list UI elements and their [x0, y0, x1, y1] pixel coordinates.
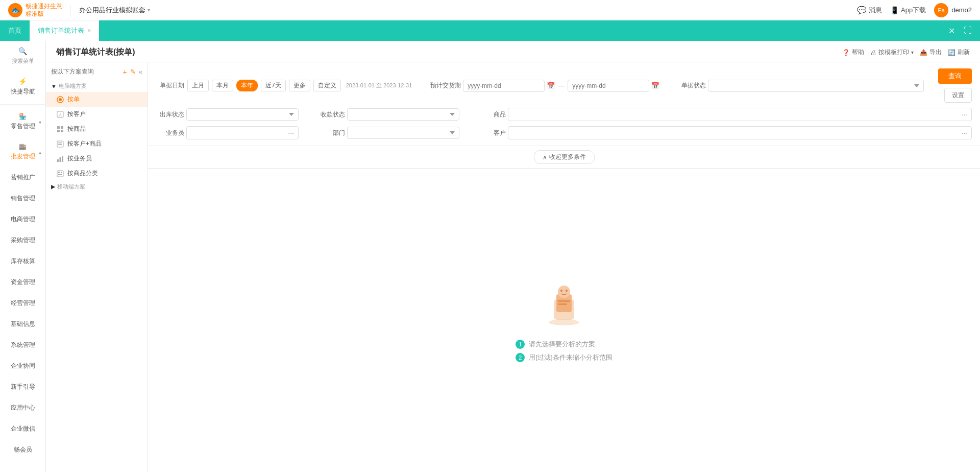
settings-btn[interactable]: 设置	[944, 88, 972, 103]
sidebar-item-wholesale[interactable]: 🏬 批发管理 ▴	[0, 137, 45, 167]
scheme-product-icon	[56, 125, 64, 133]
tab-bar-actions: ✕ ⛶	[945, 25, 980, 37]
svg-rect-7	[61, 130, 63, 132]
collapse-panel-btn[interactable]: «	[139, 68, 142, 76]
date-label: 单据日期	[156, 81, 184, 90]
workspace-dropdown-icon: ▾	[148, 7, 150, 13]
sidebar-item-sales[interactable]: 销售管理	[0, 188, 45, 209]
window-close-btn[interactable]: ✕	[945, 25, 958, 37]
date-btn-this-year[interactable]: 本年	[236, 80, 258, 91]
export-btn[interactable]: 📤 导出	[920, 48, 942, 57]
scheme-by-customer[interactable]: 人 按客户	[46, 107, 148, 122]
sidebar-item-retail[interactable]: 🏪 零售管理 ▾	[0, 107, 45, 137]
retail-icon: 🏪	[19, 113, 27, 120]
user-menu[interactable]: Ea demo2	[934, 3, 972, 17]
scheme-by-product[interactable]: 按商品	[46, 122, 148, 136]
page-actions: ❓ 帮助 🖨 按模板打印 ▾ 📤 导出 🔄 刷新	[842, 48, 970, 57]
content-area: 销售订单统计表(按单) ❓ 帮助 🖨 按模板打印 ▾ 📤 导出 🔄 刷新	[46, 41, 980, 472]
date-dash: —	[557, 82, 566, 89]
payment-status-group: 收款状态	[317, 108, 459, 121]
salesman-input-wrapper[interactable]: ···	[186, 126, 299, 139]
bill-status-select[interactable]	[708, 80, 924, 92]
svg-point-22	[560, 290, 562, 292]
top-bar-right: 💬 消息 📱 App下载 Ea demo2	[857, 3, 972, 17]
svg-point-18	[549, 319, 579, 325]
right-panel: 单据日期 上月 本月 本年 近7天 更多 自定义 2023-01-01 至 20…	[148, 62, 980, 472]
window-maximize-btn[interactable]: ⛶	[962, 25, 974, 37]
scheme-by-order[interactable]: 按单	[46, 92, 148, 107]
tree-group-pc[interactable]: ▼ 电脑端方案	[46, 80, 148, 92]
sidebar-item-purchase[interactable]: 采购管理	[0, 230, 45, 251]
workspace-selector[interactable]: 办公用品行业模拟账套 ▾	[79, 6, 150, 15]
department-select[interactable]	[347, 127, 459, 139]
svg-rect-12	[60, 157, 61, 162]
tree-mobile-arrow: ▶	[51, 183, 55, 190]
payment-status-select-wrapper	[347, 108, 459, 121]
sidebar-item-marketing[interactable]: 营销推广	[0, 167, 45, 188]
template-print-btn[interactable]: 🖨 按模板打印 ▾	[870, 48, 914, 57]
sidebar-item-newbie[interactable]: 新手引导	[0, 376, 45, 397]
product-label: 商品	[478, 110, 506, 119]
scheme-category-icon	[56, 170, 64, 178]
svg-rect-5	[61, 126, 63, 129]
date-btn-last-month[interactable]: 上月	[187, 80, 209, 91]
empty-hint-1: 1 请先选择要分析的方案	[516, 340, 612, 349]
logo-area: 🐟 畅捷通好生意 标准版	[8, 3, 62, 17]
sidebar-item-inventory[interactable]: 库存核算	[0, 251, 45, 272]
query-btn[interactable]: 查询	[938, 68, 972, 84]
hint-num-2: 2	[516, 353, 525, 362]
svg-rect-14	[57, 171, 63, 177]
message-btn[interactable]: 💬 消息	[857, 6, 882, 15]
scheme-by-salesman[interactable]: 按业务员	[46, 151, 148, 166]
expected-date-start[interactable]	[463, 80, 545, 92]
salesman-dots[interactable]: ···	[288, 129, 294, 137]
export-icon: 📤	[920, 49, 927, 56]
sidebar-item-member[interactable]: 畅会员	[0, 439, 45, 460]
left-panel: 按以下方案查询 + ✎ « ▼ 电脑端方案 按单	[46, 62, 148, 472]
date-btn-custom[interactable]: 自定义	[313, 80, 341, 91]
delivery-status-select[interactable]	[186, 108, 299, 121]
sidebar-item-finance[interactable]: 资金管理	[0, 272, 45, 293]
sidebar-shortcut[interactable]: ⚡ 快捷导航	[0, 71, 45, 102]
customer-dots[interactable]: ···	[961, 129, 967, 137]
expected-date-end[interactable]	[568, 80, 649, 92]
payment-status-select[interactable]	[347, 108, 459, 121]
sidebar-item-ecommerce[interactable]: 电商管理	[0, 209, 45, 230]
sidebar-search-item[interactable]: 🔍 搜索菜单	[0, 41, 45, 71]
sidebar-item-basics[interactable]: 基础信息	[0, 314, 45, 335]
delivery-status-select-wrapper	[186, 108, 299, 121]
logo-icon: 🐟	[8, 3, 22, 17]
sidebar-item-enterprise[interactable]: 企业协同	[0, 356, 45, 376]
logo-text: 畅捷通好生意 标准版	[26, 3, 62, 17]
tab-sales-order[interactable]: 销售订单统计表 ×	[30, 20, 99, 41]
cal-end-icon[interactable]: 📅	[651, 82, 659, 89]
app-download-btn[interactable]: 📱 App下载	[890, 6, 926, 15]
refresh-btn[interactable]: 🔄 刷新	[948, 48, 970, 57]
salesman-group: 业务员 ···	[156, 126, 299, 139]
tab-close-btn[interactable]: ×	[87, 27, 91, 34]
date-btn-this-month[interactable]: 本月	[212, 80, 233, 91]
sidebar-item-operations[interactable]: 经营管理	[0, 293, 45, 314]
product-group: 商品 ···	[478, 108, 972, 121]
cal-start-icon[interactable]: 📅	[547, 82, 555, 89]
add-scheme-btn[interactable]: +	[123, 68, 127, 76]
svg-rect-24	[558, 300, 570, 302]
product-input-wrapper[interactable]: ···	[508, 108, 972, 121]
scheme-by-customer-product[interactable]: 按客户+商品	[46, 136, 148, 151]
collapse-bar[interactable]: ∧ 收起更多条件	[148, 146, 980, 169]
help-btn[interactable]: ❓ 帮助	[842, 48, 864, 57]
scheme-by-category[interactable]: 按商品分类	[46, 166, 148, 181]
sidebar-item-app-center[interactable]: 应用中心	[0, 397, 45, 418]
date-btn-last-7[interactable]: 近7天	[261, 80, 286, 91]
product-dots[interactable]: ···	[961, 110, 967, 119]
collapse-conditions-btn[interactable]: ∧ 收起更多条件	[534, 150, 595, 164]
date-btn-more[interactable]: 更多	[289, 80, 310, 91]
sidebar-item-wechat[interactable]: 企业微信	[0, 418, 45, 439]
customer-input-wrapper[interactable]: ···	[508, 126, 972, 139]
bill-status-group: 单据状态	[678, 80, 924, 92]
tab-home[interactable]: 首页	[0, 20, 30, 41]
edit-scheme-btn[interactable]: ✎	[130, 68, 136, 76]
tree-group-mobile[interactable]: ▶ 移动端方案	[46, 181, 148, 193]
svg-rect-6	[57, 130, 60, 132]
sidebar-item-system[interactable]: 系统管理	[0, 335, 45, 356]
